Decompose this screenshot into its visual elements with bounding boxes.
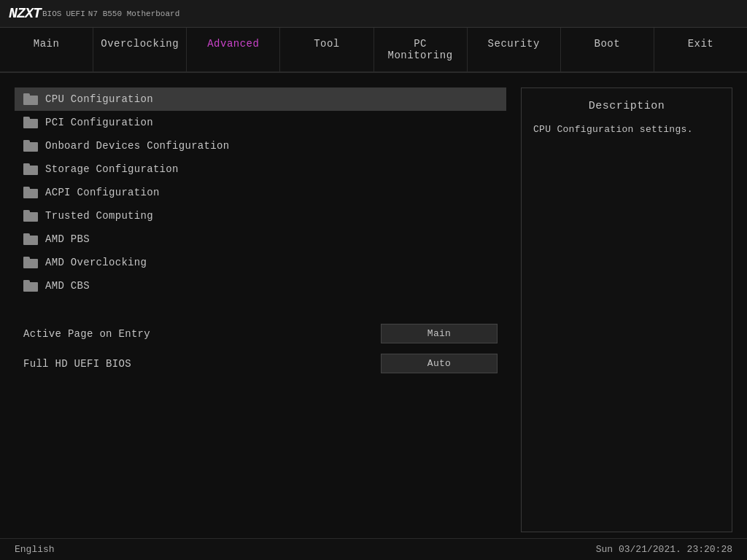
folder-icon bbox=[23, 257, 38, 268]
setting-label-full-hd: Full HD UEFI BIOS bbox=[23, 358, 381, 370]
setting-row-full-hd: Full HD UEFI BIOS Auto bbox=[15, 349, 506, 378]
description-text: CPU Configuration settings. bbox=[533, 122, 720, 138]
menu-item-pci-configuration[interactable]: PCI Configuration bbox=[15, 111, 506, 134]
description-title: Description bbox=[533, 100, 720, 112]
brand-uefi: UEFI bbox=[66, 9, 85, 18]
nav-item-main[interactable]: Main bbox=[0, 28, 93, 71]
menu-item-storage-configuration[interactable]: Storage Configuration bbox=[15, 158, 506, 181]
right-panel: Description CPU Configuration settings. bbox=[521, 88, 732, 532]
folder-icon bbox=[23, 163, 38, 175]
nav-item-overclocking[interactable]: Overclocking bbox=[93, 28, 187, 71]
setting-label-active-page: Active Page on Entry bbox=[23, 328, 381, 340]
menu-section: CPU Configuration PCI Configuration Onbo… bbox=[15, 88, 506, 298]
left-panel: CPU Configuration PCI Configuration Onbo… bbox=[15, 88, 506, 532]
folder-icon bbox=[23, 210, 38, 222]
footer-language: English bbox=[15, 544, 55, 555]
nav-bar: Main Overclocking Advanced Tool PC Monit… bbox=[0, 28, 747, 73]
menu-item-label: AMD Overclocking bbox=[45, 257, 147, 268]
settings-section: Active Page on Entry Main Full HD UEFI B… bbox=[15, 319, 506, 378]
nav-item-exit[interactable]: Exit bbox=[654, 28, 747, 71]
menu-item-onboard-devices[interactable]: Onboard Devices Configuration bbox=[15, 134, 506, 158]
menu-item-amd-pbs[interactable]: AMD PBS bbox=[15, 228, 506, 251]
nav-item-security[interactable]: Security bbox=[468, 28, 561, 71]
folder-icon bbox=[23, 93, 38, 105]
folder-icon bbox=[23, 117, 38, 128]
menu-item-label: PCI Configuration bbox=[45, 117, 153, 128]
menu-item-cpu-configuration[interactable]: CPU Configuration bbox=[15, 88, 506, 111]
folder-icon bbox=[23, 280, 38, 292]
nav-item-pc-monitoring[interactable]: PC Monitoring bbox=[374, 28, 468, 71]
folder-icon bbox=[23, 140, 38, 152]
setting-value-full-hd[interactable]: Auto bbox=[381, 354, 498, 373]
brand-model: N7 B550 Motherboard bbox=[88, 9, 179, 18]
menu-item-label: ACPI Configuration bbox=[45, 187, 160, 198]
menu-item-label: Trusted Computing bbox=[45, 210, 153, 222]
setting-row-active-page: Active Page on Entry Main bbox=[15, 319, 506, 348]
brand-nzxt: NZXT bbox=[9, 5, 41, 22]
folder-icon bbox=[23, 233, 38, 245]
menu-item-acpi-configuration[interactable]: ACPI Configuration bbox=[15, 181, 506, 204]
header-bar: NZXT BIOS UEFI N7 B550 Motherboard bbox=[0, 0, 747, 28]
brand-bios: BIOS bbox=[42, 9, 61, 18]
folder-icon bbox=[23, 187, 38, 198]
menu-item-label: AMD CBS bbox=[45, 280, 90, 292]
content-area: CPU Configuration PCI Configuration Onbo… bbox=[0, 73, 747, 547]
nav-item-tool[interactable]: Tool bbox=[280, 28, 374, 71]
setting-value-active-page[interactable]: Main bbox=[381, 324, 498, 343]
footer: English Sun 03/21/2021. 23:20:28 bbox=[0, 538, 747, 560]
menu-item-label: Storage Configuration bbox=[45, 163, 179, 175]
nav-item-boot[interactable]: Boot bbox=[561, 28, 654, 71]
nav-item-advanced[interactable]: Advanced bbox=[187, 28, 280, 71]
brand-logo: NZXT BIOS UEFI N7 B550 Motherboard bbox=[9, 5, 179, 22]
description-box: Description CPU Configuration settings. bbox=[521, 88, 732, 532]
menu-item-trusted-computing[interactable]: Trusted Computing bbox=[15, 204, 506, 228]
menu-item-label: Onboard Devices Configuration bbox=[45, 140, 229, 152]
menu-item-label: CPU Configuration bbox=[45, 93, 153, 105]
menu-item-label: AMD PBS bbox=[45, 233, 90, 245]
menu-item-amd-cbs[interactable]: AMD CBS bbox=[15, 274, 506, 298]
menu-item-amd-overclocking[interactable]: AMD Overclocking bbox=[15, 251, 506, 274]
footer-datetime: Sun 03/21/2021. 23:20:28 bbox=[596, 544, 732, 555]
